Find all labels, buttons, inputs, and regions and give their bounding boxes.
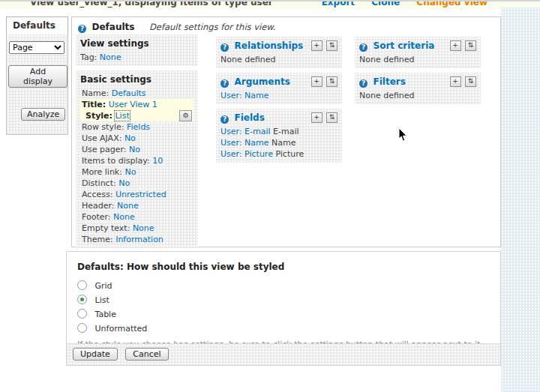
add-icon[interactable]: + xyxy=(450,76,461,87)
sort-criteria-empty: None defined xyxy=(359,54,476,65)
style-option-label: Grid xyxy=(95,281,112,291)
add-icon[interactable]: + xyxy=(311,76,322,87)
field-suffix: E-mail xyxy=(273,127,299,136)
setting-value-link[interactable]: No xyxy=(124,133,136,143)
field-link[interactable]: User: E-mail xyxy=(220,127,271,136)
field-row: User: Picture Picture xyxy=(220,148,338,160)
setting-value-link[interactable]: No xyxy=(124,167,136,177)
view-title: View user_view_1, displaying items of ty… xyxy=(30,0,273,7)
sort-criteria-title-link[interactable]: Sort criteria xyxy=(374,40,435,51)
view-settings-row: Tag: None xyxy=(80,52,194,63)
basic-setting-row: Header: None xyxy=(80,200,194,211)
basic-setting-row: Footer: None xyxy=(80,211,194,223)
relationships-title-link[interactable]: Relationships xyxy=(235,40,304,51)
setting-value-link[interactable]: None xyxy=(133,223,154,233)
display-type-select[interactable]: Page xyxy=(9,41,64,54)
help-icon[interactable] xyxy=(220,79,229,88)
section-arguments: Arguments + ⇅ User: Name xyxy=(216,73,342,104)
setting-value-link[interactable]: None xyxy=(100,52,122,62)
help-icon[interactable] xyxy=(78,25,86,33)
arguments-title-link[interactable]: Arguments xyxy=(235,76,290,87)
style-option[interactable]: Unformatted xyxy=(77,323,500,334)
update-button[interactable]: Update xyxy=(73,348,118,361)
field-row: User: E-mail E-mail xyxy=(220,126,338,137)
setting-label: Style: xyxy=(82,111,112,121)
field-link[interactable]: User: Name xyxy=(220,138,269,148)
basic-setting-row: Use AJAX: No xyxy=(80,133,194,144)
view-action-link[interactable]: Clone xyxy=(371,0,400,7)
help-icon[interactable] xyxy=(220,115,229,124)
summary-column-2: Relationships + ⇅ None defined Arguments… xyxy=(216,37,342,167)
analyze-button[interactable]: Analyze xyxy=(21,108,65,121)
basic-setting-row: Empty text: None xyxy=(80,223,194,234)
style-options: Grid List Table Unformatted xyxy=(77,280,500,334)
setting-value-link[interactable]: Fields xyxy=(127,122,150,132)
basic-setting-row: More link: No xyxy=(80,166,194,178)
summary-header: Defaults Default settings for this view. xyxy=(78,22,275,33)
help-icon[interactable] xyxy=(220,43,229,52)
field-link[interactable]: User: Picture xyxy=(220,149,273,159)
field-row: User: Name Name xyxy=(220,137,338,148)
rearrange-icon[interactable]: ⇅ xyxy=(326,112,338,123)
style-settings-pane: Defaults: How should this view be styled… xyxy=(66,251,501,366)
style-option-label: Table xyxy=(95,310,116,319)
rearrange-icon[interactable]: ⇅ xyxy=(465,40,476,51)
argument-link[interactable]: User: Name xyxy=(220,91,269,100)
setting-value-link[interactable]: None xyxy=(113,212,135,222)
setting-value-link[interactable]: Information xyxy=(116,235,164,244)
add-icon[interactable]: + xyxy=(311,112,322,123)
fields-title-link[interactable]: Fields xyxy=(235,112,265,123)
setting-label: Title: xyxy=(82,100,106,109)
section-view-settings: View settings Tag: None xyxy=(76,34,198,66)
setting-value-link[interactable]: Defaults xyxy=(112,88,146,98)
rearrange-icon[interactable]: ⇅ xyxy=(326,40,338,51)
cancel-button[interactable]: Cancel xyxy=(125,348,168,361)
gear-icon[interactable]: ⚙ xyxy=(179,110,192,121)
view-summary-box: Defaults Default settings for this view.… xyxy=(71,16,501,247)
relationships-empty: None defined xyxy=(220,54,338,65)
basic-setting-row: Distinct: No xyxy=(80,178,194,189)
radio-button[interactable] xyxy=(77,295,87,304)
style-option[interactable]: Table xyxy=(77,309,500,319)
add-icon[interactable]: + xyxy=(450,40,461,51)
radio-button[interactable] xyxy=(77,280,87,290)
filters-title-link[interactable]: Filters xyxy=(374,76,406,87)
setting-value-link[interactable]: Unrestricted xyxy=(116,190,166,199)
style-option[interactable]: Grid xyxy=(77,280,500,291)
setting-label: Header: xyxy=(82,201,115,211)
radio-button[interactable] xyxy=(77,323,87,333)
setting-value-link[interactable]: User View 1 xyxy=(109,100,158,109)
setting-label: Tag: xyxy=(80,52,97,62)
rearrange-icon[interactable]: ⇅ xyxy=(465,76,476,87)
style-option[interactable]: List xyxy=(77,295,500,305)
views-edit-page: View user_view_1, displaying items of ty… xyxy=(0,0,540,392)
argument-row: User: Name xyxy=(220,90,338,101)
setting-label: Row style: xyxy=(82,122,124,132)
radio-button[interactable] xyxy=(77,309,87,319)
summary-column-1: View settings Tag: None Basic settings xyxy=(76,34,198,253)
setting-value-link[interactable]: No xyxy=(129,145,140,154)
page-background-right xyxy=(501,7,540,392)
basic-setting-row: Style: List ⚙ xyxy=(80,110,194,121)
field-suffix: Name xyxy=(272,138,296,148)
view-action-link[interactable]: Export xyxy=(322,0,355,7)
setting-value-link[interactable]: 10 xyxy=(152,156,163,166)
view-action-link[interactable]: Changed view xyxy=(416,0,488,7)
basic-setting-row: Name: Defaults xyxy=(80,88,194,99)
rearrange-icon[interactable]: ⇅ xyxy=(326,76,338,87)
display-sidebar: Page Add display Analyze xyxy=(6,34,68,135)
summary-column-3: Sort criteria + ⇅ None defined Filters +… xyxy=(355,37,481,109)
help-icon[interactable] xyxy=(359,43,368,52)
add-icon[interactable]: + xyxy=(311,40,322,51)
add-display-button[interactable]: Add display xyxy=(8,65,68,88)
setting-value-link[interactable]: List xyxy=(115,111,129,121)
help-icon[interactable] xyxy=(359,79,368,88)
tab-defaults[interactable]: Defaults xyxy=(6,16,68,34)
style-option-label: Unformatted xyxy=(95,324,148,334)
view-settings-title: View settings xyxy=(80,38,149,49)
setting-label: Footer: xyxy=(82,212,111,222)
setting-value-link[interactable]: None xyxy=(117,201,139,211)
basic-settings-title: Basic settings xyxy=(80,74,152,85)
view-action-links: Export Clone Changed view xyxy=(308,0,488,7)
setting-value-link[interactable]: No xyxy=(118,178,130,188)
